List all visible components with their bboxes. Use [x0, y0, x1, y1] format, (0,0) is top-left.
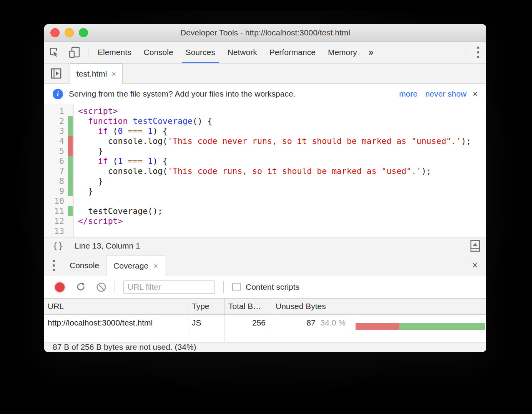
inspect-element-icon[interactable] [44, 42, 64, 63]
code-text: } [73, 186, 93, 196]
code-line[interactable]: 13 [44, 226, 486, 236]
code-text: <script> [73, 106, 118, 116]
code-text: if (1 === 1) { [73, 156, 168, 166]
main-menu-kebab-icon[interactable] [470, 42, 486, 63]
panel-tab-network[interactable]: Network [221, 42, 263, 63]
content-scripts-checkbox[interactable] [232, 283, 241, 291]
line-number: 9 [44, 186, 68, 196]
column-header-type[interactable]: Type [188, 299, 225, 314]
column-header-unused-bytes[interactable]: Unused Bytes [272, 299, 352, 314]
column-header-total-bytes[interactable]: Total B… [225, 299, 272, 314]
coverage-toolbar-separator [115, 281, 115, 293]
coverage-toolbar-separator-2 [223, 281, 224, 293]
content-scripts-label: Content scripts [246, 282, 299, 292]
code-line[interactable]: 10 [44, 196, 486, 206]
coverage-table-body: http://localhost:3000/test.html JS 256 8… [44, 315, 486, 342]
line-number: 8 [44, 176, 68, 186]
code-text: console.log('This code never runs, so it… [73, 136, 471, 146]
window-title: Developer Tools - http://localhost:3000/… [180, 28, 350, 37]
infobar-close-icon[interactable]: × [473, 89, 478, 99]
toolbar-separator [88, 47, 88, 58]
coverage-tab-label: Coverage [113, 261, 148, 270]
pretty-print-icon[interactable]: {} [53, 241, 64, 250]
line-number: 3 [44, 126, 68, 136]
code-line[interactable]: 2 function testCoverage() { [44, 116, 486, 126]
tab-console[interactable]: Console [63, 255, 106, 276]
column-header-bar [352, 299, 486, 314]
coverage-marker [68, 126, 73, 136]
panel-tab-performance[interactable]: Performance [263, 42, 322, 63]
record-coverage-icon[interactable] [55, 282, 65, 292]
code-line[interactable]: 6 if (1 === 1) { [44, 156, 486, 166]
code-text: </script> [73, 216, 123, 226]
code-line[interactable]: 8 } [44, 176, 486, 186]
panel-tab-strip: ElementsConsoleSourcesNetworkPerformance… [91, 42, 363, 63]
never-show-link[interactable]: never show [425, 89, 466, 98]
code-line[interactable]: 5 } [44, 146, 486, 156]
coverage-marker [68, 186, 73, 196]
code-line[interactable]: 11 testCoverage(); [44, 206, 486, 216]
row-url-cell[interactable]: http://localhost:3000/test.html [44, 315, 188, 342]
source-editor[interactable]: 1<script>2 function testCoverage() {3 if… [44, 104, 486, 237]
show-navigator-icon[interactable] [44, 63, 68, 83]
coverage-marker [68, 156, 73, 166]
expand-panel-icon[interactable] [469, 239, 481, 252]
line-number: 1 [44, 106, 68, 116]
coverage-bar [356, 323, 485, 330]
close-coverage-tab-icon[interactable]: × [153, 262, 158, 270]
unused-bytes-value: 87 [306, 318, 315, 342]
traffic-lights [50, 24, 88, 41]
more-link[interactable]: more [399, 89, 417, 98]
zoom-window-button[interactable] [79, 28, 88, 37]
url-filter-input[interactable] [123, 280, 215, 294]
code-line[interactable]: 9 } [44, 186, 486, 196]
coverage-marker [68, 196, 73, 206]
coverage-marker [68, 216, 73, 226]
line-number: 10 [44, 196, 68, 206]
coverage-marker [68, 146, 73, 156]
coverage-marker [68, 106, 73, 116]
workspace-infobar: i Serving from the file system? Add your… [44, 84, 486, 104]
line-number: 2 [44, 116, 68, 126]
device-toolbar-icon[interactable] [64, 42, 85, 63]
column-header-url[interactable]: URL [44, 299, 188, 314]
tab-test-html[interactable]: test.html × [70, 63, 123, 84]
coverage-marker [68, 166, 73, 176]
drawer-menu-kebab-icon[interactable] [44, 255, 63, 276]
close-window-button[interactable] [50, 28, 60, 37]
panel-tab-memory[interactable]: Memory [322, 42, 363, 63]
clear-icon[interactable] [96, 282, 106, 292]
panel-tab-elements[interactable]: Elements [91, 42, 138, 63]
coverage-summary-bar: 87 B of 256 B bytes are not used. (34%) [44, 342, 486, 352]
title-bar: Developer Tools - http://localhost:3000/… [44, 24, 486, 42]
code-line[interactable]: 7 console.log('This code runs, so it sho… [44, 166, 486, 176]
file-tab-label: test.html [76, 69, 107, 78]
coverage-marker [68, 176, 73, 186]
screenshot-canvas: Developer Tools - http://localhost:3000/… [0, 0, 532, 414]
infobar-message: Serving from the file system? Add your f… [69, 89, 295, 98]
reload-icon[interactable] [76, 282, 86, 292]
editor-status-bar: {} Line 13, Column 1 [44, 237, 486, 255]
code-line[interactable]: 12</script> [44, 216, 486, 226]
tab-coverage[interactable]: Coverage × [106, 255, 165, 276]
panel-tab-console[interactable]: Console [138, 42, 180, 63]
unused-percent-value: 34.0 % [321, 318, 346, 342]
close-tab-icon[interactable]: × [111, 70, 116, 78]
code-text: console.log('This code runs, so it shoul… [73, 166, 431, 176]
close-drawer-icon[interactable]: × [464, 255, 486, 276]
coverage-marker [68, 226, 73, 236]
line-number: 12 [44, 216, 68, 226]
code-text: } [73, 176, 103, 186]
minimize-window-button[interactable] [65, 28, 74, 37]
code-line[interactable]: 1<script> [44, 106, 486, 116]
code-text [73, 226, 78, 236]
row-type-cell: JS [188, 315, 225, 342]
line-number: 6 [44, 156, 68, 166]
toolbar-separator-right [467, 47, 467, 58]
more-tabs-button[interactable]: » [363, 42, 379, 63]
code-line[interactable]: 4 console.log('This code never runs, so … [44, 136, 486, 146]
info-icon: i [53, 89, 63, 99]
panel-tab-sources[interactable]: Sources [180, 42, 221, 63]
code-line[interactable]: 3 if (0 === 1) { [44, 126, 486, 136]
code-text: testCoverage(); [73, 206, 163, 216]
